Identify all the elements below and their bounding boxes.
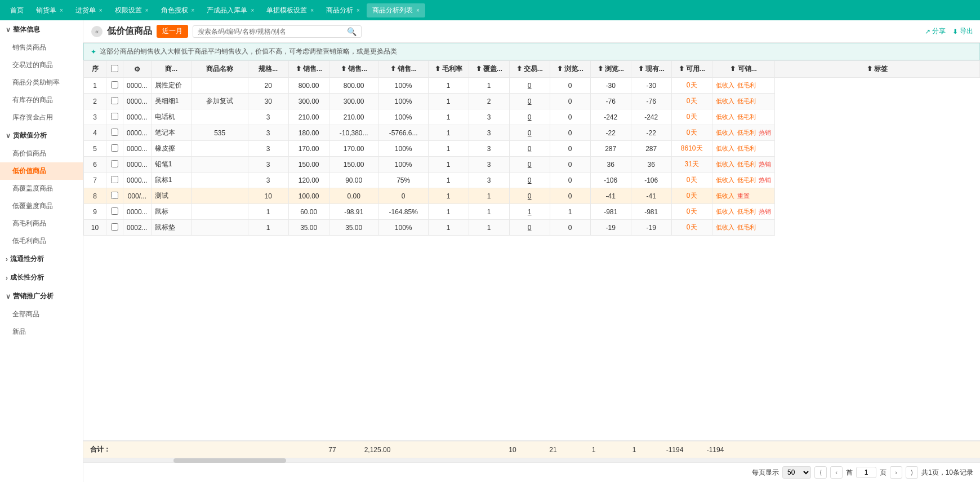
sidebar-item-category-rate[interactable]: 商品分类助销率	[0, 74, 83, 91]
browse-link[interactable]: 0	[528, 145, 532, 153]
th-checkbox[interactable]	[106, 61, 123, 78]
cell-checkbox[interactable]	[106, 173, 123, 188]
sidebar-item-low-coverage[interactable]: 低覆盖度商品	[0, 197, 83, 215]
cell-browse1[interactable]: 0	[509, 78, 550, 94]
tag: 低毛利	[737, 145, 756, 152]
row-checkbox[interactable]	[111, 160, 118, 167]
cell-checkbox[interactable]	[106, 94, 123, 109]
horizontal-scrollbar[interactable]	[83, 458, 980, 462]
nav-purchase[interactable]: 进货单 ×	[70, 3, 108, 17]
sidebar-collapse-btn[interactable]: «	[91, 26, 103, 37]
nav-goods-analysis-close[interactable]: ×	[357, 7, 360, 14]
nav-templates[interactable]: 单据模板设置 ×	[261, 3, 319, 17]
row-checkbox[interactable]	[111, 192, 118, 199]
cell-browse1[interactable]: 1	[509, 204, 550, 220]
first-page-btn[interactable]: ⟨	[814, 466, 827, 479]
sidebar-item-high-profit[interactable]: 高毛利商品	[0, 215, 83, 232]
browse-link[interactable]: 0	[528, 113, 532, 121]
browse-link[interactable]: 0	[528, 161, 532, 169]
cell-checkbox[interactable]	[106, 157, 123, 173]
row-checkbox[interactable]	[111, 97, 118, 104]
cell-browse1[interactable]: 0	[509, 94, 550, 109]
row-checkbox[interactable]	[111, 129, 118, 136]
sidebar-item-stocked-goods[interactable]: 有库存的商品	[0, 91, 83, 109]
cell-spec: 535	[191, 125, 248, 141]
cell-browse1[interactable]: 0	[509, 188, 550, 204]
search-icon[interactable]: 🔍	[347, 27, 357, 36]
nav-templates-close[interactable]: ×	[310, 7, 314, 14]
nav-sales[interactable]: 销货单 ×	[30, 3, 69, 17]
nav-goods-analysis[interactable]: 商品分析 ×	[320, 3, 366, 17]
prev-page-btn[interactable]: ‹	[830, 466, 843, 479]
cell-gross: 0	[378, 188, 428, 204]
cell-browse1[interactable]: 0	[509, 173, 550, 188]
search-input[interactable]	[198, 28, 347, 36]
nav-goods-list-close[interactable]: ×	[416, 7, 420, 14]
sidebar-item-low-value[interactable]: 低价值商品	[0, 162, 83, 180]
row-checkbox[interactable]	[111, 207, 118, 215]
per-page-select[interactable]: 50 100	[782, 466, 811, 479]
sidebar-section-liquidity[interactable]: › 流通性分析	[0, 250, 83, 268]
sidebar-item-sales-goods[interactable]: 销售类商品	[0, 39, 83, 56]
next-page-btn[interactable]: ›	[890, 466, 902, 479]
footer-browse1: 1	[573, 446, 614, 454]
sidebar-section-marketing[interactable]: ∨ 营销推广分析	[0, 287, 83, 306]
sidebar-section-general[interactable]: ∨ 整体信息	[0, 20, 83, 39]
nav-products[interactable]: 产成品入库单 ×	[201, 3, 260, 17]
share-button[interactable]: ↗ 分享	[925, 26, 946, 36]
browse-link[interactable]: 0	[528, 224, 532, 232]
row-checkbox[interactable]	[111, 223, 118, 231]
cell-checkbox[interactable]	[106, 125, 123, 141]
nav-sales-close[interactable]: ×	[60, 7, 63, 14]
tag: 低收入	[716, 98, 734, 104]
last-page-btn[interactable]: ⟩	[906, 466, 918, 479]
cell-checkbox[interactable]	[106, 78, 123, 94]
cell-browse1[interactable]: 0	[509, 125, 550, 141]
cell-checkbox[interactable]	[106, 109, 123, 125]
th-name: 商品名称	[191, 61, 248, 78]
nav-roles-close[interactable]: ×	[191, 7, 195, 14]
cell-browse1[interactable]: 0	[509, 220, 550, 236]
footer-stock1: -1194	[654, 446, 695, 454]
nav-home[interactable]: 首页	[5, 3, 29, 17]
cell-checkbox[interactable]	[106, 141, 123, 157]
sidebar-item-all-goods[interactable]: 全部商品	[0, 306, 83, 323]
sidebar-item-high-coverage[interactable]: 高覆盖度商品	[0, 180, 83, 197]
browse-link[interactable]: 0	[528, 176, 532, 184]
sidebar-item-high-value[interactable]: 高价值商品	[0, 145, 83, 162]
cell-browse1[interactable]: 0	[509, 141, 550, 157]
nav-goods-list[interactable]: 商品分析列表 ×	[367, 3, 425, 17]
browse-link[interactable]: 0	[528, 98, 532, 105]
time-filter-button[interactable]: 近一月	[157, 25, 188, 38]
browse-link[interactable]: 0	[528, 192, 532, 200]
nav-products-close[interactable]: ×	[251, 7, 254, 14]
th-settings[interactable]: ⚙	[123, 61, 152, 78]
nav-permissions-close[interactable]: ×	[145, 7, 149, 14]
browse-link[interactable]: 0	[528, 82, 532, 90]
sidebar-item-new-goods[interactable]: 新品	[0, 323, 83, 341]
row-checkbox[interactable]	[111, 81, 118, 89]
sidebar-section-contribution[interactable]: ∨ 贡献值分析	[0, 126, 83, 145]
scrollbar-thumb[interactable]	[173, 458, 286, 463]
browse-link[interactable]: 0	[528, 129, 532, 137]
sidebar-item-stock-capital[interactable]: 库存资金占用	[0, 109, 83, 126]
nav-purchase-close[interactable]: ×	[99, 7, 103, 14]
sidebar-section-growth[interactable]: › 成长性分析	[0, 268, 83, 287]
row-checkbox[interactable]	[111, 176, 118, 183]
sidebar-item-traded-goods[interactable]: 交易过的商品	[0, 56, 83, 74]
row-checkbox[interactable]	[111, 113, 118, 120]
page-input[interactable]	[856, 467, 876, 478]
table-row: 7 0000... 鼠标1 3 120.00 90.00 75% 1 3 0 0…	[84, 173, 980, 188]
select-all-checkbox[interactable]	[111, 65, 118, 72]
cell-checkbox[interactable]	[106, 220, 123, 236]
row-checkbox[interactable]	[111, 144, 118, 152]
cell-checkbox[interactable]	[106, 204, 123, 220]
browse-link[interactable]: 1	[528, 208, 532, 216]
nav-permissions[interactable]: 权限设置 ×	[109, 3, 154, 17]
cell-browse1[interactable]: 0	[509, 157, 550, 173]
cell-browse1[interactable]: 0	[509, 109, 550, 125]
export-button[interactable]: ⬇ 导出	[952, 26, 973, 36]
cell-checkbox[interactable]	[106, 188, 123, 204]
nav-roles[interactable]: 角色授权 ×	[155, 3, 201, 17]
sidebar-item-low-profit[interactable]: 低毛利商品	[0, 232, 83, 250]
